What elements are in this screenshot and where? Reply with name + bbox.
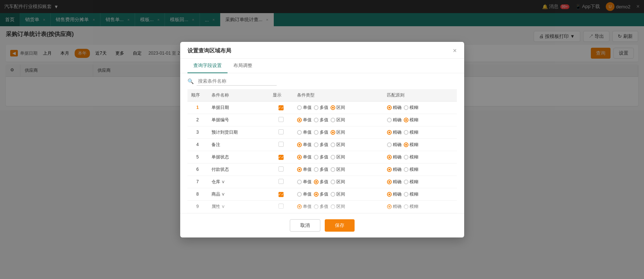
type-radio-range[interactable]: 区间 xyxy=(331,105,345,111)
display-checkbox[interactable]: ✓ xyxy=(278,105,284,110)
settings-dialog: 设置查询区域布局 × 查询字段设置 布局调整 🔍 顺序 条件名称 xyxy=(180,42,464,111)
dialog-table-body: 1单据日期✓单值多值区间精确模糊2单据编号单值多值区间精确模糊3预计到货日期单值… xyxy=(187,101,457,110)
type-radio-single[interactable]: 单值 xyxy=(297,105,312,111)
type-radio-multi[interactable]: 多值 xyxy=(314,105,328,111)
dialog-search-area: 🔍 xyxy=(180,73,464,89)
th-display: 显示 xyxy=(269,89,293,102)
dialog-title: 设置查询区域布局 xyxy=(187,47,231,54)
dialog-tabs: 查询字段设置 布局调整 xyxy=(180,59,464,73)
table-row: 1单据日期✓单值多值区间精确模糊 xyxy=(187,101,457,110)
type-cell: 单值多值区间 xyxy=(293,101,383,110)
dialog-close-btn[interactable]: × xyxy=(453,47,457,55)
th-order: 顺序 xyxy=(187,89,208,102)
th-name: 条件名称 xyxy=(208,89,269,102)
dialog-table-wrap: 顺序 条件名称 显示 条件类型 匹配原则 1单据日期✓单值多值区间精确模糊2单据… xyxy=(180,89,464,111)
tab-query-fields[interactable]: 查询字段设置 xyxy=(187,59,228,73)
tab-layout-adjust[interactable]: 布局调整 xyxy=(228,59,258,73)
th-match: 匹配原则 xyxy=(383,89,457,102)
dialog-table-head: 顺序 条件名称 显示 条件类型 匹配原则 xyxy=(187,89,457,102)
search-input[interactable] xyxy=(197,77,277,86)
dialog-table: 顺序 条件名称 显示 条件类型 匹配原则 1单据日期✓单值多值区间精确模糊2单据… xyxy=(187,89,457,111)
name-cell: 单据日期 xyxy=(208,101,269,110)
search-icon: 🔍 xyxy=(187,78,194,84)
match-radio-fuzzy[interactable]: 模糊 xyxy=(404,105,418,111)
display-cell[interactable]: ✓ xyxy=(269,101,293,110)
match-cell: 精确模糊 xyxy=(383,101,457,110)
th-type: 条件类型 xyxy=(293,89,383,102)
match-radio-exact[interactable]: 精确 xyxy=(387,105,402,111)
order-cell: 1 xyxy=(187,101,208,110)
modal-overlay[interactable]: 设置查询区域布局 × 查询字段设置 布局调整 🔍 顺序 条件名称 xyxy=(0,0,644,110)
dialog-header: 设置查询区域布局 × xyxy=(180,42,464,59)
